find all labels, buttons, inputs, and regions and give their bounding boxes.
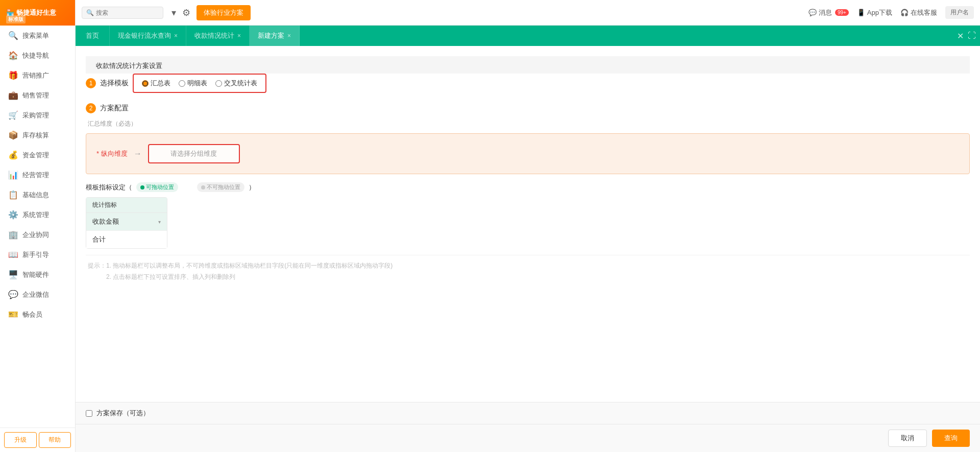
metrics-separator (184, 183, 191, 192)
tab-new-plan[interactable]: 新建方案 × (250, 26, 300, 46)
footer: 取消 查询 (76, 424, 980, 452)
upgrade-button[interactable]: 升级 (4, 432, 37, 448)
sidebar-item-operation[interactable]: 📊 经营管理 (0, 165, 75, 185)
sidebar-item-purchase[interactable]: 🛒 采购管理 (0, 105, 75, 125)
sidebar-item-hardware[interactable]: 🖥️ 智能硬件 (0, 265, 75, 284)
tab-bank-flow-close[interactable]: × (174, 32, 178, 39)
radio-detail-input[interactable] (179, 80, 185, 87)
sidebar-item-label: 搜索菜单 (22, 31, 49, 40)
radio-cross-label[interactable]: 交叉统计表 (224, 79, 257, 88)
radio-cross[interactable]: 交叉统计表 (215, 79, 257, 88)
window-buttons: ✕ ⛶ (953, 26, 980, 46)
radio-detail[interactable]: 明细表 (179, 79, 207, 88)
tips-section: 提示：1. 拖动标题栏可以调整布局，不可跨维度或指标区域拖动栏目字段(只能在同一… (86, 255, 970, 282)
step2-num: 2 (86, 103, 96, 113)
sidebar-item-guide[interactable]: 📖 新手引导 (0, 245, 75, 265)
sidebar: 🏪 畅捷通好生意 标准版 🔍 搜索菜单 🏠 快捷导航 🎁 营销推广 💼 销售管理… (0, 0, 76, 452)
tab-bank-flow[interactable]: 现金银行流水查询 × (110, 26, 186, 46)
radio-cross-input[interactable] (215, 80, 222, 87)
sidebar-item-label: 系统管理 (22, 210, 49, 220)
cancel-button[interactable]: 取消 (888, 430, 927, 447)
notifications-label: 消息 (819, 8, 832, 17)
sidebar-item-label: 库存核算 (22, 131, 49, 140)
service-icon: 🎧 (900, 9, 909, 16)
dropdown-icon[interactable]: ▾ (172, 7, 176, 18)
sidebar-item-label: 经营管理 (22, 171, 49, 180)
sidebar-item-quick-nav[interactable]: 🏠 快捷导航 (0, 45, 75, 65)
save-option: 方案保存（可选） (76, 402, 980, 424)
tip1: 提示：1. 拖动标题栏可以调整布局，不可跨维度或指标区域拖动栏目字段(只能在同一… (86, 260, 970, 272)
content-area: 收款情况统计方案设置 1 选择模板 汇总表 (76, 46, 980, 424)
tabbar: 首页 现金银行流水查询 × 收款情况统计 × 新建方案 × ✕ ⛶ (76, 26, 980, 46)
clipboard-icon: 📋 (8, 190, 18, 200)
breadcrumb: 收款情况统计方案设置 (86, 56, 970, 74)
tip2: 2. 点击标题栏下拉可设置排序、插入列和删除列 (86, 272, 970, 283)
radio-summary[interactable]: 汇总表 (142, 79, 170, 88)
search-box[interactable]: 🔍 (82, 7, 163, 19)
user-info[interactable]: 用户名 (945, 6, 974, 19)
step1-num: 1 (86, 78, 96, 88)
search-input[interactable] (96, 9, 157, 16)
tab-new-plan-label: 新建方案 (258, 31, 284, 40)
app-download-label: App下载 (867, 8, 892, 17)
radio-summary-label[interactable]: 汇总表 (151, 79, 170, 88)
trial-button[interactable]: 体验行业方案 (197, 5, 251, 20)
sidebar-item-search-menu[interactable]: 🔍 搜索菜单 (0, 26, 75, 45)
finance-icon: 💰 (8, 150, 18, 160)
tab-new-plan-close[interactable]: × (287, 32, 291, 39)
close-window-icon[interactable]: ✕ (957, 31, 964, 41)
app-download-item[interactable]: 📱 App下载 (857, 8, 892, 17)
sidebar-bottom: 升级 帮助 (0, 427, 75, 452)
maximize-icon[interactable]: ⛶ (968, 31, 976, 40)
user-name: 用户名 (950, 9, 969, 16)
tab-collection-stat-label: 收款情况统计 (194, 31, 234, 40)
version-badge: 标准版 (6, 15, 26, 23)
metrics-table: 统计指标 收款金额 ▾ 合计 (86, 197, 167, 249)
radio-summary-input[interactable] (142, 80, 149, 87)
radio-detail-label[interactable]: 明细表 (187, 79, 207, 88)
sidebar-item-weixin[interactable]: 💬 企业微信 (0, 284, 75, 304)
dimension-row: * 纵向维度 → 请选择分组维度 (96, 144, 959, 163)
sidebar-item-corp[interactable]: 🏢 企业协同 (0, 225, 75, 245)
settings-icon[interactable]: ⚙ (182, 7, 190, 18)
tab-bank-flow-label: 现金银行流水查询 (118, 31, 171, 40)
tab-collection-stat[interactable]: 收款情况统计 × (186, 26, 250, 46)
tab-home[interactable]: 首页 (76, 26, 110, 46)
tab-home-label: 首页 (86, 31, 99, 40)
query-button[interactable]: 查询 (932, 430, 970, 447)
message-icon: 💬 (808, 9, 817, 16)
cell-text: 收款金额 (92, 217, 119, 226)
total-row: 合计 (86, 230, 167, 248)
step1-header: 1 选择模板 汇总表 明细表 (86, 74, 970, 93)
sidebar-item-basic[interactable]: 📋 基础信息 (0, 185, 75, 205)
chevron-down-icon: ▾ (158, 219, 161, 225)
collection-amount-cell[interactable]: 收款金额 ▾ (86, 213, 167, 230)
sidebar-item-sales[interactable]: 💼 销售管理 (0, 85, 75, 105)
dimension-select[interactable]: 请选择分组维度 (148, 144, 240, 163)
save-label[interactable]: 方案保存（可选） (96, 409, 150, 418)
step2-header: 2 方案配置 (86, 103, 970, 113)
sidebar-item-label: 营销推广 (22, 71, 49, 80)
sidebar-item-label: 销售管理 (22, 91, 49, 100)
online-service-label: 在线客服 (911, 8, 937, 17)
template-selector: 汇总表 明细表 交叉统计表 (133, 74, 266, 93)
sidebar-item-inventory[interactable]: 📦 库存核算 (0, 125, 75, 145)
gift-icon: 🎁 (8, 70, 18, 80)
sidebar-item-label: 采购管理 (22, 111, 49, 120)
online-service-item[interactable]: 🎧 在线客服 (900, 8, 937, 17)
sidebar-item-finance[interactable]: 💰 资金管理 (0, 145, 75, 165)
sidebar-item-system[interactable]: ⚙️ 系统管理 (0, 205, 75, 225)
notifications-badge: 99+ (835, 9, 849, 16)
save-checkbox[interactable] (86, 410, 92, 417)
sidebar-item-member[interactable]: 🎫 畅会员 (0, 304, 75, 324)
help-button[interactable]: 帮助 (39, 432, 71, 448)
tab-collection-stat-close[interactable]: × (237, 32, 241, 39)
sidebar-item-marketing[interactable]: 🎁 营销推广 (0, 65, 75, 85)
sidebar-item-label: 快捷导航 (22, 51, 49, 60)
metrics-title-text: 模板指标设定（ (86, 183, 132, 192)
sidebar-item-label: 畅会员 (22, 310, 42, 319)
chart-icon: 📊 (8, 170, 18, 180)
notifications-item[interactable]: 💬 消息 99+ (808, 8, 849, 17)
step1-section: 1 选择模板 汇总表 明细表 (86, 74, 970, 93)
building-icon: 🏢 (8, 230, 18, 240)
